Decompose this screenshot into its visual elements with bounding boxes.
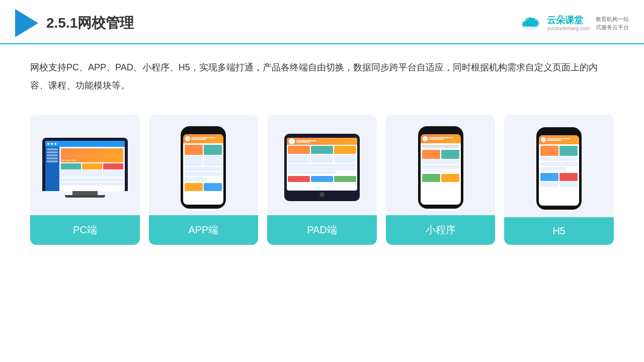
card-app-image: [149, 115, 259, 215]
card-h5-image: [504, 115, 614, 217]
brand-url: yunduoketang.com: [547, 26, 590, 31]
card-miniprogram: 小程序: [386, 115, 496, 245]
card-pc: 职达人的第一堂网课: [30, 115, 140, 245]
page-title: 2.5.1网校管理: [46, 14, 134, 33]
card-miniprogram-label: 小程序: [386, 215, 496, 245]
card-pad: PAD端: [267, 115, 377, 245]
card-h5-label: H5: [504, 217, 614, 245]
brand-logo: 云朵课堂 yunduoketang.com 教育机构一站式服务云平台: [519, 14, 629, 32]
cloud-logo-icon: [519, 14, 543, 32]
logo-triangle-icon: [15, 9, 38, 37]
phone-h5-icon: [536, 127, 582, 210]
card-h5: H5: [504, 115, 614, 245]
tablet-icon: [284, 134, 360, 201]
brand-name: 云朵课堂: [547, 15, 583, 26]
header-left: 2.5.1网校管理: [15, 9, 134, 37]
description-text: 网校支持PC、APP、PAD、小程序、H5，实现多端打通，产品各终端自由切换，数…: [30, 58, 614, 95]
pc-monitor-icon: 职达人的第一堂网课: [42, 138, 128, 198]
brand-text-block: 云朵课堂 yunduoketang.com: [547, 15, 590, 32]
page: 2.5.1网校管理 云朵课堂 yunduoketang.com: [0, 0, 644, 362]
description: 网校支持PC、APP、PAD、小程序、H5，实现多端打通，产品各终端自由切换，数…: [0, 44, 644, 100]
header: 2.5.1网校管理 云朵课堂 yunduoketang.com: [0, 0, 644, 44]
card-app-label: APP端: [149, 215, 259, 245]
cards-container: 职达人的第一堂网课: [0, 100, 644, 255]
phone-miniprogram-icon: [418, 126, 463, 209]
card-pad-image: [267, 115, 377, 215]
phone-app-icon: [181, 126, 226, 209]
card-pc-label: PC端: [30, 215, 140, 245]
card-pc-image: 职达人的第一堂网课: [30, 115, 140, 215]
card-miniprogram-image: [386, 115, 496, 215]
card-pad-label: PAD端: [267, 215, 377, 245]
brand-slogan: 教育机构一站式服务云平台: [596, 15, 629, 32]
header-right: 云朵课堂 yunduoketang.com 教育机构一站式服务云平台: [519, 14, 629, 32]
card-app: APP端: [149, 115, 259, 245]
